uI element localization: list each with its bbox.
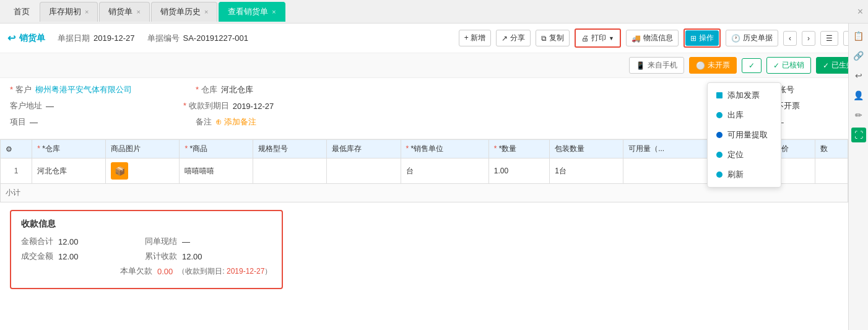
payment-info-box: 收款信息 金额合计 12.00 同单现结 — 成交金额 12.00 累计收款 — [10, 210, 283, 289]
dropdown-available-extract[interactable]: 可用量提取 — [708, 125, 781, 145]
same-settlement-item: 同单现结 — — [145, 236, 244, 247]
col-settings[interactable]: ⚙ — [1, 140, 32, 158]
history-icon: 🕐 — [731, 34, 740, 43]
outbound-icon — [716, 112, 723, 118]
add-note-btn[interactable]: ⊕ 添加备注 — [215, 116, 256, 128]
operation-icon: ⊞ — [690, 34, 697, 43]
dropdown-add-invoice[interactable]: 添加发票 — [708, 85, 781, 105]
dropdown-locate[interactable]: 定位 — [708, 145, 781, 165]
add-invoice-label: 添加发票 — [727, 90, 760, 101]
print-highlight-box: 🖨 打印 ▼ — [575, 28, 621, 48]
not-open-label: 未开票 — [708, 60, 730, 71]
product-image: 📦 — [111, 162, 128, 180]
operation-btn[interactable]: ⊞ 操作 — [685, 30, 719, 46]
main-content: ↩ 销货单 单据日期 2019-12-27 单据编号 SA-20191227-0… — [0, 24, 868, 330]
tab-sales-label: 销货单 — [108, 6, 132, 17]
check-btn[interactable]: ✓ — [742, 58, 762, 73]
row-qty: 1.00 — [488, 158, 549, 184]
total-amount-label: 金额合计 — [21, 236, 53, 247]
logistics-btn[interactable]: 🚚 物流信息 — [626, 30, 679, 46]
refresh-icon — [716, 172, 723, 178]
dropdown-outbound[interactable]: 出库 — [708, 105, 781, 125]
arrears-value: 0.00 — [157, 267, 173, 276]
cumulative-item: 累计收款 12.00 — [145, 251, 244, 262]
not-open-icon: ⚪ — [696, 61, 705, 70]
logistics-label: 物流信息 — [643, 33, 673, 43]
tab-sales-close[interactable]: × — [136, 8, 140, 15]
tab-inventory-close[interactable]: × — [85, 8, 89, 15]
tab-sales[interactable]: 销货单 × — [99, 2, 149, 22]
print-label: 打印 — [591, 33, 606, 43]
doc-number-field: 单据编号 SA-20191227-001 — [147, 33, 249, 44]
effective-icon: ✓ — [823, 61, 829, 70]
logistics-icon: 🚚 — [631, 34, 641, 43]
right-tool-3[interactable]: ↩ — [851, 68, 866, 83]
from-phone-btn[interactable]: 📱 来自手机 — [629, 57, 684, 74]
tab-sales-history-close[interactable]: × — [204, 8, 208, 15]
warehouse-field: 仓库 河北仓库 — [196, 84, 319, 95]
col-spec: 规格型号 — [253, 140, 327, 158]
col-qty: *数量 — [488, 140, 549, 158]
row-spec — [253, 158, 327, 184]
row-pack-qty: 1台 — [550, 158, 623, 184]
payment-date-value: 2019-12-27 — [233, 102, 274, 111]
right-tool-2[interactable]: 🔗 — [851, 48, 866, 63]
available-extract-icon — [716, 132, 723, 138]
tab-view-sales-close[interactable]: × — [272, 8, 276, 15]
copy-label: 复制 — [549, 33, 564, 43]
right-tool-1[interactable]: 📋 — [851, 28, 866, 43]
next-record-btn[interactable]: › — [802, 31, 815, 46]
tab-view-sales[interactable]: 查看销货单 × — [219, 2, 285, 22]
voided-label: 已核销 — [782, 60, 804, 71]
deal-amount-value: 12.00 — [58, 252, 79, 261]
close-window-btn[interactable]: × — [857, 6, 863, 17]
address-label: 客户地址 — [10, 100, 42, 111]
history-btn[interactable]: 🕐 历史单据 — [726, 30, 778, 46]
right-tool-4[interactable]: 👤 — [851, 88, 866, 103]
payment-date-field: 收款到期日 2019-12-27 — [183, 100, 307, 111]
col-available: 可用量（... — [623, 140, 708, 158]
doc-toolbar: + 新增 ↗ 分享 ⧉ 复制 🖨 打印 ▼ 🚚 物流信息 — [459, 28, 861, 48]
right-tool-5[interactable]: ✏ — [851, 108, 866, 123]
tab-sales-history[interactable]: 销货单历史 × — [151, 2, 217, 22]
tab-bar: 首页 库存期初 × 销货单 × 销货单历史 × 查看销货单 × × — [0, 0, 868, 24]
view-toggle-list-btn[interactable]: ☰ — [820, 31, 838, 46]
row-image: 📦 — [106, 158, 180, 184]
payment-row-1: 金额合计 12.00 同单现结 — — [21, 236, 272, 247]
payment-row-3: 本单欠款 0.00 （收款到期日: 2019-12-27） — [21, 266, 272, 277]
payment-date-label: 收款到期日 — [183, 100, 229, 111]
print-btn[interactable]: 🖨 打印 ▼ — [576, 30, 619, 46]
customer-field: 客户 柳州粤港平安气体有限公司 — [10, 84, 134, 95]
share-btn[interactable]: ↗ 分享 — [496, 30, 531, 46]
row-min-stock — [327, 158, 401, 184]
doc-number-value: SA-20191227-001 — [183, 33, 249, 43]
copy-btn[interactable]: ⧉ 复制 — [536, 30, 570, 46]
prev-record-btn[interactable]: ‹ — [783, 31, 797, 46]
share-icon: ↗ — [501, 34, 508, 43]
same-settlement-label: 同单现结 — [145, 236, 177, 247]
tab-inventory-label: 库存期初 — [49, 6, 81, 17]
row-num: 1 — [1, 158, 32, 184]
dropdown-refresh[interactable]: 刷新 — [708, 165, 781, 185]
customer-value[interactable]: 柳州粤港平安气体有限公司 — [35, 84, 132, 95]
cumulative-value: 12.00 — [182, 252, 202, 261]
col-min-stock: 最低库存 — [327, 140, 401, 158]
not-open-btn[interactable]: ⚪ 未开票 — [689, 57, 737, 74]
voided-icon: ✓ — [773, 61, 779, 70]
tab-home[interactable]: 首页 — [5, 2, 38, 21]
address-field: 客户地址 — — [10, 100, 134, 111]
total-amount-item: 金额合计 12.00 — [21, 236, 120, 247]
new-btn[interactable]: + 新增 — [459, 30, 491, 46]
tab-view-sales-label: 查看销货单 — [228, 6, 268, 17]
arrears-label: 本单欠款 — [120, 266, 152, 277]
available-extract-label: 可用量提取 — [727, 129, 768, 141]
tab-inventory[interactable]: 库存期初 × — [40, 2, 98, 22]
note-field: 备注 ⊕ 添加备注 — [196, 116, 319, 128]
col-unit: *销售单位 — [401, 140, 488, 158]
row-warehouse: 河北仓库 — [32, 158, 106, 184]
row-amount — [815, 158, 848, 184]
payment-info-title: 收款信息 — [21, 219, 272, 230]
voided-btn[interactable]: ✓ 已核销 — [766, 57, 811, 74]
col-warehouse: *仓库 — [32, 140, 106, 158]
right-tool-expand[interactable]: ⛶ — [851, 128, 866, 142]
